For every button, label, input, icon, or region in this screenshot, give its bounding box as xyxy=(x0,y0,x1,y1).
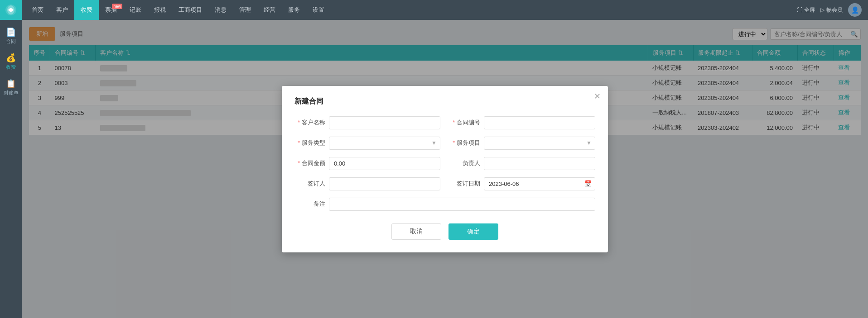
content-area: 新增 服务项目 进行中 已完成 已取消 🔍 序号 合同编号⇅ xyxy=(22,20,868,318)
sign-date-wrap: 📅 xyxy=(484,177,595,190)
contract-icon: 📄 xyxy=(6,28,16,36)
nav-tax[interactable]: 报税 xyxy=(148,0,172,20)
nav-home[interactable]: 首页 xyxy=(25,0,50,20)
sidebar-item-statement[interactable]: 📋 对账单 xyxy=(0,76,22,100)
main-layout: 📄 合同 💰 收费 📋 对账单 新增 服务项目 进行中 已完成 已取消 xyxy=(0,20,868,318)
fullscreen-icon: ⛶ xyxy=(797,7,802,13)
nav-bill[interactable]: 票据 new xyxy=(99,0,123,20)
service-item-label: 服务项目 xyxy=(449,139,480,147)
assignee-label: 负责人 xyxy=(449,159,480,167)
remark-label: 备注 xyxy=(294,200,325,208)
fullscreen-button[interactable]: ⛶ 全屏 xyxy=(797,6,815,14)
amount-label: 合同金额 xyxy=(294,159,325,167)
confirm-button[interactable]: 确定 xyxy=(448,223,498,240)
amount-input[interactable] xyxy=(329,157,440,170)
customer-name-label: 客户名称 xyxy=(294,119,325,127)
new-badge: new xyxy=(112,4,122,9)
customer-name-input[interactable] xyxy=(329,116,440,129)
sign-date-label: 签订日期 xyxy=(449,180,480,188)
sidebar: 📄 合同 💰 收费 📋 对账单 xyxy=(0,20,22,318)
sign-date-input[interactable] xyxy=(484,177,595,190)
nav-operation[interactable]: 经营 xyxy=(257,0,282,20)
service-item-select[interactable] xyxy=(484,137,595,150)
service-type-label: 服务类型 xyxy=(294,139,325,147)
play-icon: ▷ xyxy=(820,7,825,13)
nav-right-section: ⛶ 全屏 ▷ 畅会员 👤 xyxy=(797,3,868,17)
modal-overlay: 新建合同 ✕ 客户名称 合同编号 服务类型 xyxy=(22,20,868,318)
form-row-amount: 合同金额 xyxy=(294,157,440,170)
new-contract-modal: 新建合同 ✕ 客户名称 合同编号 服务类型 xyxy=(282,86,608,252)
nav-service[interactable]: 服务 xyxy=(282,0,306,20)
nav-commerce[interactable]: 工商项目 xyxy=(172,0,208,20)
statement-icon: 📋 xyxy=(6,80,16,88)
nav-message[interactable]: 消息 xyxy=(208,0,233,20)
logo[interactable] xyxy=(0,0,22,20)
nav-bookkeeping[interactable]: 记账 xyxy=(123,0,148,20)
avatar-icon: 👤 xyxy=(851,6,859,14)
service-item-select-wrap: ▼ xyxy=(484,137,595,150)
fee-icon: 💰 xyxy=(6,54,16,62)
form-row-service-type: 服务类型 ▼ xyxy=(294,137,440,150)
form-row-service-item: 服务项目 ▼ xyxy=(449,137,595,150)
form-row-sign-date: 签订日期 📅 xyxy=(449,177,595,190)
form-row-contract-no: 合同编号 xyxy=(449,116,595,129)
assignee-input[interactable] xyxy=(484,157,595,170)
form-row-customer: 客户名称 xyxy=(294,116,440,129)
modal-close-button[interactable]: ✕ xyxy=(594,92,601,100)
top-nav: 首页 客户 收费 票据 new 记账 报税 工商项目 消息 管理 经营 服务 设… xyxy=(0,0,868,20)
contract-no-label: 合同编号 xyxy=(449,119,480,127)
form-row-signer: 签订人 xyxy=(294,177,440,190)
avatar[interactable]: 👤 xyxy=(848,3,862,17)
service-type-select[interactable] xyxy=(329,137,440,150)
modal-title: 新建合同 xyxy=(294,97,595,106)
remark-input[interactable] xyxy=(329,198,595,211)
nav-settings[interactable]: 设置 xyxy=(306,0,331,20)
member-button[interactable]: ▷ 畅会员 xyxy=(820,6,843,14)
form-grid: 客户名称 合同编号 服务类型 ▼ xyxy=(294,116,595,211)
service-type-select-wrap: ▼ xyxy=(329,137,440,150)
form-row-assignee: 负责人 xyxy=(449,157,595,170)
nav-fee[interactable]: 收费 xyxy=(74,0,99,20)
nav-items: 首页 客户 收费 票据 new 记账 报税 工商项目 消息 管理 经营 服务 设… xyxy=(22,0,797,20)
sidebar-item-fee[interactable]: 💰 收费 xyxy=(0,50,22,74)
signer-label: 签订人 xyxy=(294,180,325,188)
cancel-button[interactable]: 取消 xyxy=(391,223,441,240)
form-row-remark: 备注 xyxy=(294,198,595,211)
modal-footer: 取消 确定 xyxy=(294,223,595,240)
nav-customer[interactable]: 客户 xyxy=(50,0,74,20)
contract-no-input[interactable] xyxy=(484,116,595,129)
nav-manage[interactable]: 管理 xyxy=(233,0,257,20)
signer-input[interactable] xyxy=(329,177,440,190)
sidebar-item-contract[interactable]: 📄 合同 xyxy=(0,24,22,48)
